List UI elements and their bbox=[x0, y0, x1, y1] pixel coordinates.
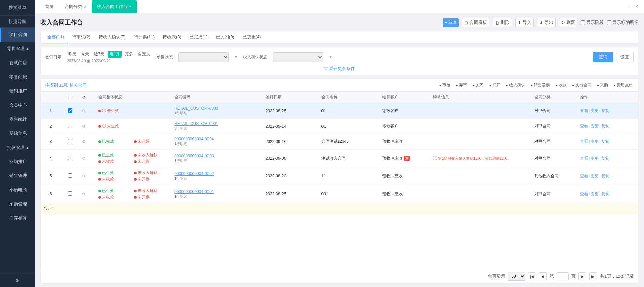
tab-income-contract[interactable]: 收入合同工作台× bbox=[92, 0, 136, 13]
action-变更[interactable]: 变更 bbox=[591, 108, 599, 113]
action-复制[interactable]: 复制 bbox=[601, 192, 609, 196]
code-link[interactable]: 0000000000004-0004 bbox=[174, 137, 214, 141]
date-btn-yesterday[interactable]: 昨天 bbox=[67, 51, 78, 58]
tab-home[interactable]: 首页 bbox=[40, 0, 59, 13]
date-btn-today[interactable]: 今天 bbox=[80, 51, 90, 58]
row-checkbox[interactable] bbox=[68, 173, 72, 178]
sidebar-item-retail-mgmt[interactable]: 零售管理▲ bbox=[0, 42, 35, 56]
action-btn-abandon[interactable]: ● 弃审 bbox=[454, 82, 468, 89]
sidebar-nav[interactable]: 快捷导航 bbox=[0, 16, 35, 28]
action-查看[interactable]: 查看 bbox=[580, 108, 588, 113]
date-btn-custom[interactable]: 自定义 bbox=[137, 51, 151, 58]
page-size-select[interactable]: 102050100 bbox=[508, 272, 525, 281]
sidebar-item-inventory[interactable]: 库存核算 bbox=[0, 211, 35, 225]
action-变更[interactable]: 变更 bbox=[591, 156, 599, 161]
action-btn-cost-out[interactable]: ● 费用支出 bbox=[612, 82, 634, 89]
action-查看[interactable]: 查看 bbox=[580, 124, 588, 128]
action-btn-sales-invoice[interactable]: ● 销售发票 bbox=[529, 82, 552, 89]
show-stage-checkbox[interactable]: 显示阶段 bbox=[581, 19, 604, 26]
sidebar-item-marketing[interactable]: 营销推广 bbox=[0, 84, 35, 98]
action-btn-payment[interactable]: ● 收款 bbox=[554, 82, 568, 89]
status-tab-pending-confirm[interactable]: 待收入确认(7) bbox=[94, 31, 130, 43]
code-link[interactable]: 0000000000004-0001 bbox=[174, 189, 214, 194]
next-page-btn[interactable]: ▶ bbox=[578, 272, 586, 280]
export-button[interactable]: ⬇ 导出 bbox=[537, 18, 556, 27]
tab-contract-category[interactable]: 合同分类× bbox=[60, 0, 91, 13]
date-btn-more[interactable]: 更多 bbox=[124, 51, 135, 58]
cell-gear[interactable]: ⚙ bbox=[79, 185, 96, 203]
sidebar-item-smart-store[interactable]: 智慧门店 bbox=[0, 56, 35, 70]
action-btn-expense-out[interactable]: ● 支出合同 bbox=[571, 82, 593, 89]
sidebar-item-purchase[interactable]: 采购管理 bbox=[0, 197, 35, 211]
code-link[interactable]: RETAIL_CUSTOM-0003 bbox=[174, 106, 218, 111]
page-input[interactable]: 1 bbox=[557, 272, 569, 280]
sidebar-item-sales-mgmt[interactable]: 销售管理 bbox=[0, 169, 35, 183]
refresh-button[interactable]: ↻ 刷新 bbox=[559, 18, 577, 27]
sidebar-item-project[interactable]: 项目合同 bbox=[0, 28, 35, 42]
status-tab-pending-invoice[interactable]: 待开票(11) bbox=[130, 31, 159, 43]
sidebar-item-member[interactable]: 会员中心 bbox=[0, 98, 35, 112]
import-button[interactable]: ⬆ 导入 bbox=[515, 18, 534, 27]
action-查看[interactable]: 查看 bbox=[580, 156, 588, 161]
cell-gear[interactable]: ⚙ bbox=[79, 103, 96, 119]
date-btn-7days[interactable]: 近7天 bbox=[92, 51, 106, 58]
cell-gear[interactable]: ⚙ bbox=[79, 134, 96, 150]
status-tab-pending-payment[interactable]: 待收款(8) bbox=[159, 31, 185, 43]
setting-button[interactable]: 设置 bbox=[616, 52, 634, 62]
action-变更[interactable]: 变更 bbox=[591, 174, 599, 178]
row-checkbox[interactable] bbox=[68, 139, 72, 144]
sidebar-search[interactable]: 搜索菜单 bbox=[0, 0, 35, 16]
action-复制[interactable]: 复制 bbox=[601, 174, 609, 178]
status-tab-all[interactable]: 全部(11) bbox=[43, 31, 68, 43]
action-查看[interactable]: 查看 bbox=[580, 174, 588, 178]
status-tab-completed[interactable]: 已完成(1) bbox=[185, 31, 212, 43]
action-变更[interactable]: 变更 bbox=[591, 139, 599, 144]
cell-gear[interactable]: ⚙ bbox=[79, 119, 96, 134]
action-btn-open[interactable]: ● 打开 bbox=[488, 82, 502, 89]
last-page-btn[interactable]: ▶| bbox=[589, 272, 597, 280]
status-tab-pending-review[interactable]: 待审核(2) bbox=[68, 31, 94, 43]
sidebar-item-marketing2[interactable]: 营销推广 bbox=[0, 155, 35, 169]
sidebar-item-ecommerce[interactable]: 小畅电商 bbox=[0, 183, 35, 197]
action-复制[interactable]: 复制 bbox=[601, 156, 609, 161]
show-detail-checkbox[interactable]: 显示标的明细 bbox=[607, 19, 639, 26]
first-page-btn[interactable]: |◀ bbox=[528, 272, 536, 280]
tab-close-icon[interactable]: × bbox=[84, 5, 86, 9]
sidebar-item-basic-info[interactable]: 基础信息 bbox=[0, 126, 35, 140]
status-tab-changed[interactable]: 已变更(4) bbox=[238, 31, 265, 43]
action-复制[interactable]: 复制 bbox=[601, 108, 609, 113]
tab-close-icon[interactable]: × bbox=[129, 5, 131, 9]
cell-gear[interactable]: ⚙ bbox=[79, 167, 96, 185]
window-minimize-icon[interactable]: — bbox=[628, 4, 632, 9]
row-checkbox[interactable] bbox=[68, 191, 72, 196]
code-link[interactable]: 0000000000004-0003 bbox=[174, 154, 214, 158]
action-btn-purchase[interactable]: ● 采购 bbox=[596, 82, 610, 89]
date-btn-1month[interactable]: 近1月 bbox=[108, 51, 122, 58]
delete-button[interactable]: 🗑 删除 bbox=[493, 18, 512, 27]
prev-page-btn[interactable]: ◀ bbox=[539, 272, 547, 280]
row-checkbox[interactable] bbox=[68, 156, 72, 160]
sidebar-item-retail-stats[interactable]: 零售统计 bbox=[0, 112, 35, 126]
sidebar-settings[interactable]: ⚙ bbox=[0, 274, 35, 287]
action-变更[interactable]: 变更 bbox=[591, 124, 599, 128]
action-查看[interactable]: 查看 bbox=[580, 139, 588, 144]
query-button[interactable]: 查询 bbox=[593, 52, 613, 62]
sidebar-item-wholesale[interactable]: 批发管理▲ bbox=[0, 140, 35, 155]
new-button[interactable]: + 新增 bbox=[443, 18, 459, 27]
kanban-button[interactable]: ⊞ 合同看板 bbox=[462, 18, 489, 27]
status-tab-closed[interactable]: 已关闭(0) bbox=[212, 31, 238, 43]
doc-status-select[interactable] bbox=[178, 52, 229, 62]
cell-gear[interactable]: ⚙ bbox=[79, 150, 96, 167]
expand-more-btn[interactable]: ▽ 展开更多条件 bbox=[45, 66, 634, 72]
row-checkbox[interactable] bbox=[68, 124, 72, 128]
code-link[interactable]: RETAIL_CUSTOM-0001 bbox=[174, 121, 218, 126]
code-link[interactable]: 0000000000004-0002 bbox=[174, 171, 214, 176]
action-btn-close[interactable]: ● 关闭 bbox=[471, 82, 485, 89]
action-变更[interactable]: 变更 bbox=[591, 192, 599, 196]
window-close-icon[interactable]: ✕ bbox=[635, 4, 639, 9]
action-复制[interactable]: 复制 bbox=[601, 124, 609, 128]
action-复制[interactable]: 复制 bbox=[601, 139, 609, 144]
select-all-checkbox[interactable] bbox=[68, 95, 72, 99]
action-查看[interactable]: 查看 bbox=[580, 192, 588, 196]
row-checkbox[interactable] bbox=[68, 108, 72, 113]
